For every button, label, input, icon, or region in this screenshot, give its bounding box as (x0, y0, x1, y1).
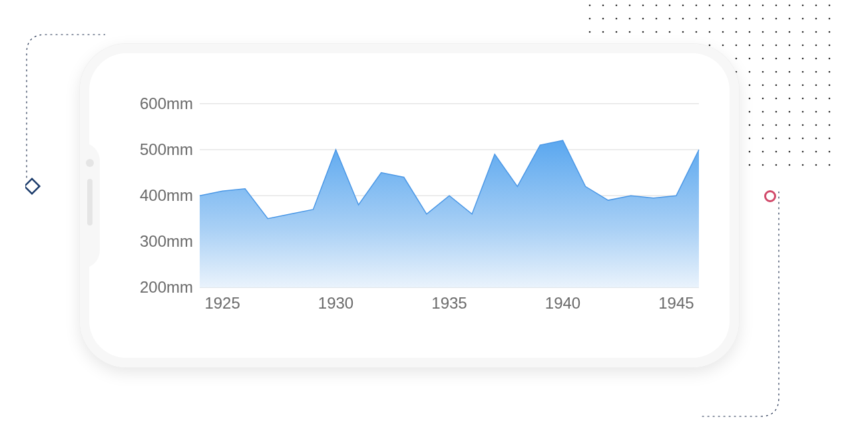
decorative-pink-circle (764, 190, 776, 202)
camera-icon (86, 159, 94, 167)
y-tick-label: 500mm (140, 140, 193, 158)
x-tick-label: 1945 (658, 294, 694, 312)
x-tick-label: 1925 (204, 294, 240, 312)
x-tick-label: 1940 (545, 294, 580, 312)
phone-mockup: 600mm 500mm 400mm 300mm 200mm 1925 1930 … (80, 44, 739, 367)
svg-rect-2 (25, 179, 39, 194)
y-tick-label: 300mm (140, 232, 193, 250)
area-series (200, 140, 699, 287)
y-tick-label: 400mm (140, 186, 193, 204)
speaker-icon (87, 179, 93, 225)
area-chart: 600mm 500mm 400mm 300mm 200mm 1925 1930 … (126, 97, 706, 314)
y-tick-label: 200mm (140, 279, 193, 297)
phone-notch (80, 142, 100, 269)
y-tick-label: 600mm (140, 97, 193, 112)
x-tick-label: 1930 (318, 294, 353, 312)
x-tick-label: 1935 (431, 294, 467, 312)
